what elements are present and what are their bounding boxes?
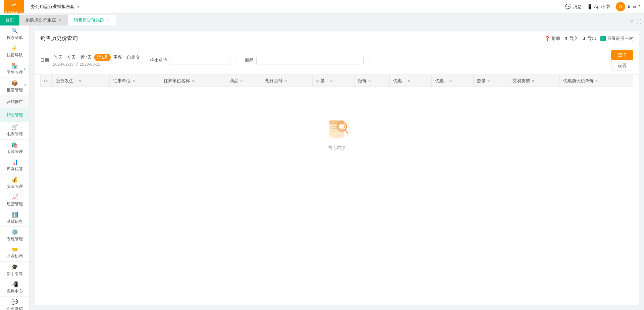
chevron-down-icon: ▼ (76, 5, 80, 9)
sidebar-item-retail-mgmt[interactable]: 🏪 零售管理 (0, 60, 29, 78)
tab-maximize-icon[interactable]: ⛶ (637, 19, 641, 24)
sort-icon-goods: ⇅ (240, 79, 243, 83)
col-no-tax-price-label: 优惠前无税单价 (563, 78, 594, 83)
settings-button[interactable]: 设置 (611, 61, 633, 70)
tab-purchase-history-label: 采购历史价跟踪 (25, 17, 56, 23)
export-btn[interactable]: ⬇ 导出 (582, 36, 596, 42)
tab-sales-close-icon[interactable]: ✕ (106, 18, 111, 23)
sidebar-sub-item-sales-mgmt[interactable]: 销售管理 (0, 109, 29, 122)
date-tab-yesterday[interactable]: 昨天 (52, 54, 64, 61)
finance-icon: 💰 (11, 176, 18, 183)
sidebar-item-guide-label: 新手引导 (7, 271, 23, 277)
inventory-icon: 📊 (11, 159, 18, 165)
sidebar-sub-item-marketing[interactable]: 营销推广 (0, 95, 29, 109)
col-biz-date-label: 业务发生... (56, 78, 77, 83)
col-quote[interactable]: 报价 ⇅ (354, 75, 390, 87)
sidebar-item-enterprise-collab[interactable]: 🤝 企业协同 (0, 244, 29, 262)
svg-point-5 (339, 123, 345, 130)
app-center-icon: 📲 (11, 281, 18, 288)
sidebar-item-search-menu-label: 搜索菜单 (7, 35, 23, 41)
tab-sales-history-label: 销售历史价跟踪 (74, 17, 104, 23)
svg-rect-9 (331, 131, 335, 132)
sidebar-item-beginner-guide[interactable]: 🎓 新手引导 (0, 262, 29, 279)
tab-home[interactable]: 首页 (0, 15, 19, 25)
customer-ellipsis-btn[interactable]: ... (233, 58, 237, 63)
sort-icon-customer-name: ⇅ (192, 79, 195, 83)
tab-close-all-icon[interactable]: ✕ (630, 19, 634, 24)
only-last-label: 只看最后一次 (607, 36, 633, 42)
goods-ellipsis-btn[interactable]: ... (366, 58, 370, 63)
only-last-checkbox[interactable]: ✓ (600, 36, 606, 41)
logo-area: 畅捷信好生意 (4, 0, 24, 13)
export-label: 导出 (588, 36, 596, 42)
sidebar-item-ecommerce[interactable]: 🛒 电商管理 (0, 122, 29, 140)
col-customer-code[interactable]: 往来单位 ⇅ (110, 75, 160, 87)
col-discount1[interactable]: 优惠... ⇅ (390, 75, 432, 87)
sort-icon-spec: ⇅ (284, 79, 287, 83)
nav-icon: ⚡ (11, 45, 18, 51)
col-quantity[interactable]: 数量 ⇅ (473, 75, 509, 87)
wechat-icon: 💬 (11, 299, 18, 305)
date-tab-last1month[interactable]: 近1月 (94, 54, 111, 61)
sidebar-item-quick-nav[interactable]: ⚡ 快捷导航 (0, 43, 29, 60)
col-trade-type-label: 交易类型 (513, 78, 530, 83)
message-btn[interactable]: 💬 消息 (565, 4, 582, 10)
sidebar-item-wechat-label: 企业微信 (7, 306, 23, 310)
tab-purchase-close-icon[interactable]: ✕ (58, 18, 62, 23)
app-download-btn[interactable]: 📱 App下载 (587, 4, 610, 10)
sidebar-item-system[interactable]: ⚙️ 系统管理 (0, 227, 29, 244)
sidebar-item-retail-label: 零售管理 (7, 70, 23, 75)
sidebar-item-app-center[interactable]: 📲 应用中心 (0, 279, 29, 297)
sidebar-item-basic-info[interactable]: ℹ️ 基础信息 (0, 209, 29, 227)
empty-icon (323, 114, 350, 141)
only-last-checkbox-group[interactable]: ✓ 只看最后一次 (600, 36, 633, 42)
goods-filter-input[interactable] (256, 57, 364, 64)
app-selector[interactable]: 办公用品行业模拟账套 ▼ (28, 2, 83, 11)
phone-icon: 📱 (587, 4, 593, 9)
col-discount2-label: 优惠... (435, 78, 447, 83)
system-icon: ⚙️ (11, 229, 18, 235)
sidebar-item-wholesale-mgmt[interactable]: 📦 批发管理 (0, 78, 29, 95)
page-title: 销售历史价查询 (40, 35, 78, 42)
message-icon: 💬 (565, 4, 572, 10)
date-tab-today[interactable]: 今天 (65, 54, 78, 61)
ecommerce-icon: 🛒 (11, 124, 18, 131)
col-customer-name[interactable]: 往来单位名称 ⇅ (160, 75, 226, 87)
sidebar-item-finance[interactable]: 💰 资金管理 (0, 174, 29, 192)
sidebar-item-purchase[interactable]: 🛍️ 采购管理 (0, 140, 29, 157)
sidebar-item-enterprise-wechat[interactable]: 💬 企业微信 (0, 297, 29, 310)
customer-filter-input[interactable] (170, 57, 230, 64)
tab-sales-history[interactable]: 销售历史价跟踪 ✕ (68, 15, 116, 25)
settings-icon[interactable]: ⚙ (44, 79, 48, 84)
sidebar-sub-marketing-label: 营销推广 (7, 99, 23, 105)
user-name: demo2 (627, 4, 640, 9)
col-spec-label: 规格型号 (265, 78, 283, 83)
import-btn[interactable]: ⬆ 导入 (564, 36, 578, 42)
logo-text: 畅捷信好生意 (4, 11, 24, 15)
col-biz-date[interactable]: 业务发生... ⇅ (53, 75, 110, 87)
date-tab-last7days[interactable]: 近7天 (78, 54, 94, 61)
query-button[interactable]: 查询 (611, 50, 633, 60)
col-unit[interactable]: 计量... ⇅ (312, 75, 354, 87)
col-goods[interactable]: 商品 ⇅ (226, 75, 262, 87)
sidebar-item-inventory[interactable]: 📊 库存核算 (0, 157, 29, 174)
help-btn[interactable]: ❓ 帮助 (544, 36, 560, 42)
col-trade-type[interactable]: 交易类型 ⇅ (509, 75, 559, 87)
tab-purchase-history[interactable]: 采购历史价跟踪 ✕ (20, 15, 68, 25)
tab-bar: 首页 采购历史价跟踪 ✕ 销售历史价跟踪 ✕ ✕ ⛶ (0, 13, 644, 25)
goods-filter-group: 商品 ... (245, 57, 370, 64)
sidebar-item-search-menu[interactable]: 🔍 搜索菜单 (0, 25, 29, 43)
sidebar-item-business[interactable]: 📈 经营管理 (0, 192, 29, 209)
app-download-label: App下载 (594, 4, 610, 10)
col-spec[interactable]: 规格型号 ⇅ (262, 75, 312, 87)
col-discount2[interactable]: 优惠... ⇅ (432, 75, 474, 87)
date-filter-label: 日期 (40, 57, 49, 63)
col-settings[interactable]: ⚙ (41, 75, 53, 87)
date-tab-custom[interactable]: 自定义 (125, 54, 142, 61)
date-tab-more[interactable]: 更多 (111, 54, 124, 61)
customer-filter-label: 往来单位 (150, 57, 167, 63)
col-no-tax-price[interactable]: 优惠前无税单价 ⇅ (559, 75, 633, 87)
user-profile[interactable]: D demo2 (616, 2, 640, 11)
sidebar: 🔍 搜索菜单 ⚡ 快捷导航 🏪 零售管理 📦 批发管理 营销推广 销售管理 🛒 … (0, 25, 30, 310)
purchase-icon: 🛍️ (11, 142, 18, 148)
